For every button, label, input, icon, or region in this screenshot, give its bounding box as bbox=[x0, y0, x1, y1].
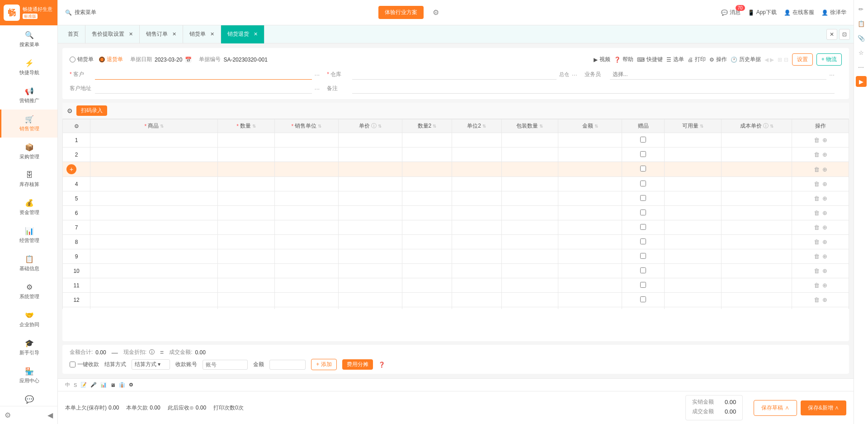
help-btn[interactable]: ❓ 帮助 bbox=[614, 56, 633, 63]
row-amount[interactable] bbox=[558, 206, 622, 220]
copy-icon[interactable]: ⊕ bbox=[822, 166, 827, 173]
row-unit-price[interactable] bbox=[338, 191, 402, 206]
info-icon[interactable]: ⓘ bbox=[763, 122, 769, 130]
row-available[interactable] bbox=[665, 235, 721, 249]
video-btn[interactable]: ▶ 视频 bbox=[594, 56, 610, 63]
copy-icon[interactable]: ⊕ bbox=[822, 151, 827, 158]
row-qty2[interactable] bbox=[402, 307, 452, 310]
row-sale-unit[interactable] bbox=[274, 206, 338, 220]
gift-checkbox[interactable] bbox=[640, 166, 646, 172]
row-available[interactable] bbox=[665, 162, 721, 177]
row-sale-unit[interactable] bbox=[274, 133, 338, 148]
row-gift[interactable] bbox=[622, 220, 665, 235]
fee-help-icon[interactable]: ❓ bbox=[378, 362, 385, 368]
row-gift[interactable] bbox=[622, 293, 665, 307]
row-unit-price[interactable] bbox=[338, 133, 402, 148]
row-gift[interactable] bbox=[622, 235, 665, 249]
row-qty[interactable] bbox=[218, 177, 274, 191]
row-qty2[interactable] bbox=[402, 264, 452, 278]
delete-icon[interactable]: 🗑 bbox=[814, 181, 820, 187]
row-available[interactable] bbox=[665, 177, 721, 191]
row-amount[interactable] bbox=[558, 162, 622, 177]
row-amount[interactable] bbox=[558, 220, 622, 235]
row-gift[interactable] bbox=[622, 206, 665, 220]
row-pack-qty[interactable] bbox=[501, 235, 558, 249]
row-sale-unit[interactable] bbox=[274, 220, 338, 235]
delete-icon[interactable]: 🗑 bbox=[814, 238, 820, 245]
row-cost-price[interactable] bbox=[721, 235, 792, 249]
copy-icon[interactable]: ⊕ bbox=[822, 181, 827, 187]
row-amount[interactable] bbox=[558, 307, 622, 310]
customer-input[interactable] bbox=[95, 69, 312, 80]
row-unit2[interactable] bbox=[452, 191, 501, 206]
history-btn[interactable]: 🕐 历史单据 bbox=[731, 56, 761, 63]
sidebar-item-basic[interactable]: 📋 基础信息 bbox=[0, 249, 57, 277]
gift-checkbox[interactable] bbox=[640, 195, 646, 201]
row-sale-unit[interactable] bbox=[274, 278, 338, 293]
row-cost-price[interactable] bbox=[721, 264, 792, 278]
sidebar-item-operations[interactable]: 📊 经营管理 bbox=[0, 221, 57, 249]
row-cost-price[interactable] bbox=[721, 249, 792, 264]
copy-icon[interactable]: ⊕ bbox=[822, 210, 827, 216]
row-unit-price[interactable] bbox=[338, 220, 402, 235]
right-panel-attach[interactable]: 📎 bbox=[856, 33, 867, 43]
row-cost-price[interactable] bbox=[721, 278, 792, 293]
sort-icon[interactable]: ⇅ bbox=[539, 124, 543, 129]
row-sale-unit[interactable] bbox=[274, 235, 338, 249]
row-cost-price[interactable] bbox=[721, 293, 792, 307]
delete-icon[interactable]: 🗑 bbox=[814, 166, 820, 173]
row-pack-qty[interactable] bbox=[501, 264, 558, 278]
row-qty2[interactable] bbox=[402, 162, 452, 177]
topbar-settings-icon[interactable]: ⚙ bbox=[433, 8, 439, 17]
row-unit2[interactable] bbox=[452, 264, 501, 278]
radio-sale-input[interactable] bbox=[70, 57, 75, 62]
shortcut-key-btn[interactable]: ⌨ 快捷键 bbox=[637, 56, 663, 63]
tab-close-icon[interactable]: ✕ bbox=[210, 31, 214, 37]
row-unit-price[interactable] bbox=[338, 264, 402, 278]
app-download-btn[interactable]: 📱 App下载 bbox=[748, 9, 777, 16]
row-qty[interactable] bbox=[218, 206, 274, 220]
row-pack-qty[interactable] bbox=[501, 220, 558, 235]
tab-sale-order[interactable]: 销售订单 ✕ bbox=[140, 25, 183, 43]
row-sale-unit[interactable] bbox=[274, 293, 338, 307]
warehouse-input[interactable] bbox=[352, 69, 557, 80]
sidebar-item-enterprise[interactable]: 🤝 企业协同 bbox=[0, 305, 57, 333]
row-gift[interactable] bbox=[622, 148, 665, 162]
row-amount[interactable] bbox=[558, 278, 622, 293]
row-available[interactable] bbox=[665, 220, 721, 235]
copy-icon[interactable]: ⊕ bbox=[822, 282, 827, 289]
row-amount[interactable] bbox=[558, 177, 622, 191]
settle-select[interactable]: 结算方式 ▾ bbox=[132, 359, 170, 370]
row-unit2[interactable] bbox=[452, 307, 501, 310]
row-product[interactable] bbox=[90, 220, 218, 235]
sidebar-collapse-icon[interactable]: ◀ bbox=[47, 411, 53, 419]
delete-icon[interactable]: 🗑 bbox=[814, 137, 820, 143]
operate-btn[interactable]: ⚙ 操作 bbox=[709, 56, 727, 63]
row-product[interactable] bbox=[90, 133, 218, 148]
row-product[interactable] bbox=[90, 177, 218, 191]
row-gift[interactable] bbox=[622, 162, 665, 177]
row-cost-price[interactable] bbox=[721, 220, 792, 235]
radio-return[interactable]: 退货单 bbox=[99, 56, 123, 63]
warehouse-select-icon[interactable]: ··· bbox=[572, 71, 577, 78]
delete-icon[interactable]: 🗑 bbox=[814, 224, 820, 231]
row-qty2[interactable] bbox=[402, 133, 452, 148]
row-unit2[interactable] bbox=[452, 133, 501, 148]
row-product[interactable] bbox=[90, 162, 218, 177]
row-product[interactable] bbox=[90, 264, 218, 278]
row-qty[interactable] bbox=[218, 235, 274, 249]
sidebar-item-appstore[interactable]: 🏪 应用中心 bbox=[0, 362, 57, 390]
row-pack-qty[interactable] bbox=[501, 293, 558, 307]
right-panel-expand[interactable]: ▶ bbox=[856, 76, 867, 87]
row-gift[interactable] bbox=[622, 278, 665, 293]
tab-close-all-btn[interactable]: ✕ bbox=[826, 29, 837, 40]
sidebar-item-system[interactable]: ⚙ 系统管理 bbox=[0, 277, 57, 305]
sort-icon[interactable]: ⇅ bbox=[770, 124, 774, 129]
print-btn[interactable]: 🖨 打印 bbox=[688, 56, 706, 63]
fee-split-button[interactable]: 费用分摊 bbox=[342, 359, 373, 370]
row-amount[interactable] bbox=[558, 264, 622, 278]
row-cost-price[interactable] bbox=[721, 206, 792, 220]
radio-sale[interactable]: 销货单 bbox=[70, 56, 94, 63]
right-panel-edit[interactable]: ✏ bbox=[856, 4, 867, 14]
row-unit2[interactable] bbox=[452, 177, 501, 191]
